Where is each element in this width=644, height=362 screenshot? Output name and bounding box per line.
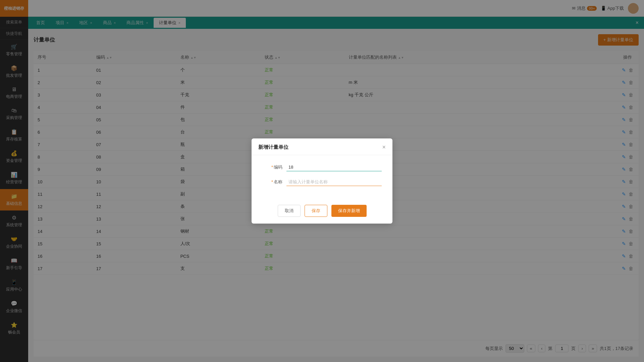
modal-title: 新增计量单位 bbox=[258, 144, 288, 150]
save-and-new-button[interactable]: 保存并新增 bbox=[331, 205, 367, 217]
form-row-code: *编码 bbox=[262, 163, 382, 171]
modal-overlay[interactable]: 新增计量单位 × *编码 *名称 取消 保存 保存并新增 bbox=[0, 0, 644, 362]
modal-footer: 取消 保存 保存并新增 bbox=[252, 201, 392, 224]
cancel-button[interactable]: 取消 bbox=[278, 205, 301, 217]
name-input[interactable] bbox=[286, 178, 382, 186]
name-label: *名称 bbox=[262, 179, 282, 185]
required-mark-name: * bbox=[271, 179, 273, 184]
modal-dialog: 新增计量单位 × *编码 *名称 取消 保存 保存并新增 bbox=[252, 138, 392, 224]
code-label: *编码 bbox=[262, 164, 282, 170]
modal-header: 新增计量单位 × bbox=[252, 138, 392, 155]
modal-close-button[interactable]: × bbox=[382, 144, 386, 151]
required-mark: * bbox=[271, 165, 273, 170]
code-input[interactable] bbox=[286, 163, 382, 171]
modal-body: *编码 *名称 bbox=[252, 155, 392, 201]
form-row-name: *名称 bbox=[262, 178, 382, 186]
save-button[interactable]: 保存 bbox=[305, 205, 327, 217]
